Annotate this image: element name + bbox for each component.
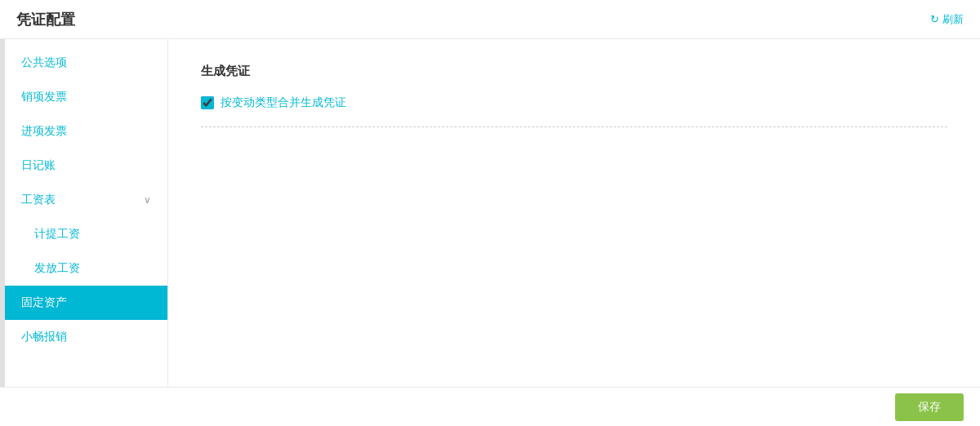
content-area: 生成凭证 按变动类型合并生成凭证 xyxy=(168,39,980,387)
sidebar-label-payroll-calc: 计提工资 xyxy=(34,227,80,242)
sidebar-item-fixed-assets[interactable]: 固定资产 xyxy=(5,286,167,320)
sidebar-label-payroll-pay: 发放工资 xyxy=(34,261,80,276)
sidebar-label-public-options: 公共选项 xyxy=(21,55,67,70)
main-layout: 公共选项销项发票进项发票日记账工资表∨计提工资发放工资固定资产小畅报销 生成凭证… xyxy=(0,39,980,387)
sidebar: 公共选项销项发票进项发票日记账工资表∨计提工资发放工资固定资产小畅报销 xyxy=(5,39,168,387)
page-header: 凭证配置 ↻ 刷新 xyxy=(0,0,980,39)
sidebar-label-journal: 日记账 xyxy=(21,158,56,173)
refresh-label: 刷新 xyxy=(942,12,964,27)
chevron-down-icon: ∨ xyxy=(144,194,151,206)
page-title: 凭证配置 xyxy=(16,10,75,29)
sidebar-item-purchase-invoice[interactable]: 进项发票 xyxy=(5,114,167,149)
section-title: 生成凭证 xyxy=(201,64,947,79)
sidebar-label-sales-invoice: 销项发票 xyxy=(21,90,67,104)
refresh-icon: ↻ xyxy=(930,13,939,25)
sidebar-item-public-options[interactable]: 公共选项 xyxy=(5,46,167,80)
sidebar-item-expense-report[interactable]: 小畅报销 xyxy=(5,320,167,354)
sidebar-label-expense-report: 小畅报销 xyxy=(21,330,67,344)
save-button[interactable]: 保存 xyxy=(895,393,964,421)
refresh-button[interactable]: ↻ 刷新 xyxy=(930,12,964,27)
sidebar-item-payroll-calc[interactable]: 计提工资 xyxy=(5,217,167,251)
page-footer: 保存 xyxy=(0,387,980,426)
sidebar-label-purchase-invoice: 进项发票 xyxy=(21,124,67,139)
sidebar-item-payroll-pay[interactable]: 发放工资 xyxy=(5,251,167,286)
sidebar-label-payroll-table: 工资表 xyxy=(21,193,56,207)
sidebar-label-fixed-assets: 固定资产 xyxy=(21,295,67,310)
section-divider xyxy=(201,126,947,127)
merge-checkbox[interactable] xyxy=(201,96,214,109)
checkbox-row: 按变动类型合并生成凭证 xyxy=(201,95,947,110)
left-edge-bar xyxy=(0,39,5,387)
sidebar-item-payroll-table[interactable]: 工资表∨ xyxy=(5,183,167,217)
sidebar-item-journal[interactable]: 日记账 xyxy=(5,149,167,183)
checkbox-label[interactable]: 按变动类型合并生成凭证 xyxy=(220,95,346,110)
sidebar-item-sales-invoice[interactable]: 销项发票 xyxy=(5,80,167,114)
